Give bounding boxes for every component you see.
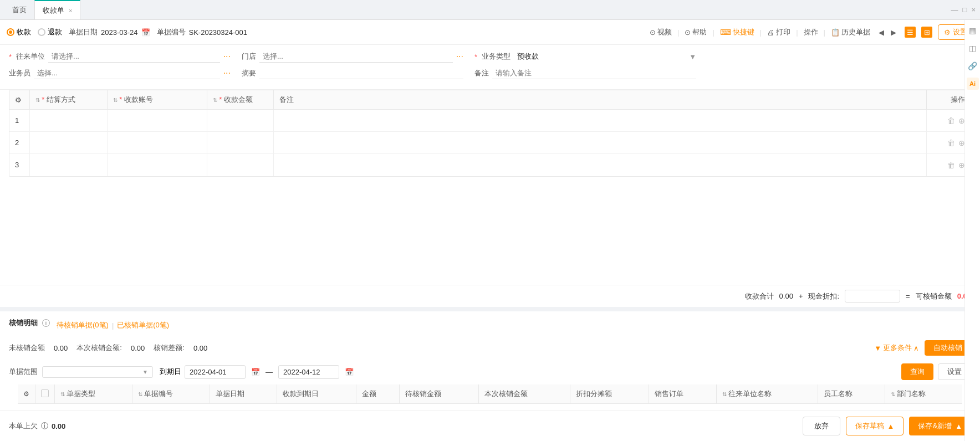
th-bill-number: ⇅ 单据编号 — [132, 384, 210, 404]
row-1-remark[interactable] — [273, 110, 926, 132]
panel-ai-icon[interactable]: Ai — [967, 78, 979, 90]
summary-input[interactable] — [259, 67, 463, 79]
setting-gear-icon: ⚙ — [944, 28, 951, 37]
date-to-input[interactable] — [278, 365, 339, 379]
print-label: 打印 — [776, 27, 790, 37]
history-btn[interactable]: 📋 历史单据 — [831, 27, 870, 37]
ops-btn[interactable]: 操作 — [804, 27, 818, 37]
video-btn[interactable]: ⊙ 视频 — [650, 27, 672, 37]
remark-input[interactable] — [492, 67, 696, 79]
row-2-settlement[interactable] — [29, 132, 107, 154]
shortcut-btn[interactable]: ⌨ 快捷键 — [720, 27, 754, 37]
form-row-1: * 往来单位 ··· 门店 ··· * 业务类型 预收款 ▼ — [9, 50, 971, 63]
tab-home[interactable]: 首页 — [4, 0, 34, 19]
list-view-btn[interactable]: ☰ — [905, 27, 916, 38]
date-to-calendar-icon[interactable]: 📅 — [345, 368, 354, 376]
filter-icon: ▼ — [874, 344, 881, 352]
row-1-amount[interactable] — [207, 110, 273, 132]
tab-receipt-close[interactable]: × — [69, 7, 72, 14]
row-1-delete-icon[interactable]: 🗑 — [947, 116, 955, 125]
summary-field: 摘要 — [242, 67, 463, 79]
store-field: 门店 ··· — [242, 50, 463, 63]
biz-type-arrow[interactable]: ▼ — [689, 53, 696, 61]
calendar-icon[interactable]: 📅 — [141, 28, 150, 37]
form-view-btn[interactable]: ⊞ — [921, 27, 932, 38]
date-label: 单据日期 — [69, 27, 98, 37]
bottom-table-section: ⚙ ⇅ 单据类型 ⇅ 单据编号 单据日期 — [9, 384, 971, 404]
date-from-input[interactable] — [185, 365, 246, 379]
current-value: 0.00 — [131, 344, 145, 352]
nav-prev[interactable]: ◀ — [876, 27, 887, 38]
date-from-calendar-icon[interactable]: 📅 — [251, 368, 260, 376]
row-3-account[interactable] — [107, 154, 207, 176]
select-all-checkbox[interactable] — [41, 389, 49, 397]
window-controls: — □ × — [951, 6, 976, 14]
th-dept: ⇅ 部门名称 — [885, 384, 962, 404]
bottom-table-header: ⚙ ⇅ 单据类型 ⇅ 单据编号 单据日期 — [18, 384, 962, 404]
nav-next[interactable]: ▶ — [888, 27, 899, 38]
date-value[interactable]: 2023-03-24 — [101, 28, 138, 37]
shortcut-label: 快捷键 — [733, 27, 754, 37]
print-btn[interactable]: 🖨 打印 — [767, 27, 790, 37]
help-btn[interactable]: ⊙ 帮助 — [685, 27, 707, 37]
diff-value: 0.00 — [193, 344, 207, 352]
summary-label: 摘要 — [242, 68, 256, 78]
discount-input[interactable] — [845, 290, 900, 302]
more-conditions-btn[interactable]: ▼ 更多条件 ∧ — [874, 343, 919, 353]
row-3-remark[interactable] — [273, 154, 926, 176]
tab-home-label: 首页 — [12, 5, 27, 15]
th-settings2[interactable]: ⚙ — [18, 384, 35, 404]
receipt-table-body: 1 🗑 ⊕ 2 — [9, 110, 971, 176]
counterpart-input[interactable] — [48, 50, 220, 63]
abandon-btn[interactable]: 放弃 — [803, 417, 840, 435]
staff-input[interactable] — [34, 67, 220, 79]
sep1: | — [677, 28, 679, 37]
panel-doc-icon[interactable]: ◫ — [967, 42, 979, 54]
writeoff-info-icon[interactable]: i — [42, 319, 50, 327]
save-new-btn[interactable]: 保存&新增 ▲ — [909, 417, 971, 435]
query-btn[interactable]: 查询 — [901, 363, 933, 380]
tab-receipt[interactable]: 收款单 × — [34, 0, 80, 19]
store-input[interactable] — [259, 50, 453, 63]
receipt-table: ⚙ ⇅ * 结算方式 ⇅ * 收款账号 ⇅ — [9, 90, 971, 176]
save-draft-btn[interactable]: 保存草稿 ▲ — [846, 417, 904, 435]
pending-tab[interactable]: 待核销单据(0笔) — [57, 320, 109, 330]
uncancelled-value: 0.00 — [54, 344, 68, 352]
radio-receipt[interactable]: 收款 — [7, 27, 31, 37]
shortcut-icon: ⌨ — [720, 28, 731, 37]
sep2: | — [712, 28, 714, 37]
th-checkbox[interactable] — [35, 384, 55, 404]
row-3-amount[interactable] — [207, 154, 273, 176]
panel-link-icon[interactable]: 🔗 — [967, 60, 979, 72]
th-settings[interactable]: ⚙ — [9, 90, 29, 110]
done-tab[interactable]: 已核销单据(0笔) — [117, 320, 169, 330]
row-2-delete-icon[interactable]: 🗑 — [947, 139, 955, 147]
writeoff-filter-row: 单据范围 ▼ 到期日 📅 — 📅 查询 设置 — [9, 363, 971, 380]
writeoff-tabs: 待核销单据(0笔) | 已核销单据(0笔) — [57, 320, 169, 330]
row-2-account[interactable] — [107, 132, 207, 154]
th-staff: 员工名称 — [818, 384, 885, 404]
table-row: 2 🗑 ⊕ — [9, 132, 971, 154]
close-btn[interactable]: × — [971, 6, 976, 14]
staff-more-btn[interactable]: ··· — [223, 68, 231, 78]
store-more-btn[interactable]: ··· — [456, 52, 463, 61]
maximize-btn[interactable]: □ — [963, 6, 967, 14]
row-3-settlement[interactable] — [29, 154, 107, 176]
remark-field: 备注 — [474, 67, 696, 79]
row-3-delete-icon[interactable]: 🗑 — [947, 161, 955, 170]
calc-footer: 收款合计 0.00 + 现金折扣: = 可核销金额 0.00 — [0, 285, 980, 307]
save-draft-arrow-icon[interactable]: ▲ — [887, 422, 895, 430]
row-1-settlement[interactable] — [29, 110, 107, 132]
panel-table-icon[interactable]: ▦ — [967, 24, 979, 37]
row-1-account[interactable] — [107, 110, 207, 132]
sep3: | — [760, 28, 762, 37]
row-2-amount[interactable] — [207, 132, 273, 154]
save-new-arrow-icon[interactable]: ▲ — [955, 422, 962, 430]
minimize-btn[interactable]: — — [951, 6, 958, 14]
scope-dropdown[interactable]: ▼ — [42, 366, 153, 378]
radio-refund[interactable]: 退款 — [38, 27, 62, 37]
th-ops: 操作 — [926, 90, 971, 110]
counterpart-more-btn[interactable]: ··· — [223, 52, 231, 61]
row-2-ops: 🗑 ⊕ — [926, 132, 971, 154]
row-2-remark[interactable] — [273, 132, 926, 154]
